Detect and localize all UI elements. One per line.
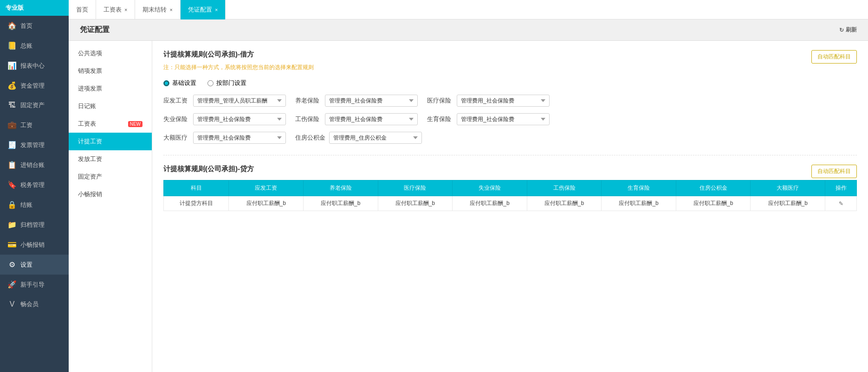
new-badge: NEW: [128, 121, 143, 127]
radio-dept-input[interactable]: [207, 80, 214, 86]
reports-icon: 📊: [7, 61, 17, 70]
field-yanglao: 养老保险 管理费用_社会保险费: [295, 95, 418, 107]
label-gongshang: 工伤保险: [295, 115, 321, 123]
left-nav-fixed-assets[interactable]: 固定资产: [69, 168, 152, 186]
td-dale: 应付职工薪酬_b: [751, 196, 825, 211]
debit-warning: 注：只能选择一种方式，系统将按照您当前的选择来配置规则: [163, 64, 314, 71]
assets-icon: 🏗: [7, 101, 17, 109]
tab-bar: 首页 工资表 × 期末结转 × 凭证配置 ×: [69, 0, 868, 19]
debit-row-2: 失业保险 管理费用_社会保险费 工伤保险 管理费用_社会保险费 生育保险: [163, 113, 857, 125]
td-yingfa: 应付职工薪酬_b: [229, 196, 304, 211]
label-shiye: 失业保险: [163, 115, 189, 123]
left-nav-journal[interactable]: 日记账: [69, 97, 152, 115]
radio-dept[interactable]: 按部门设置: [207, 79, 246, 87]
label-shengyu: 生育保险: [427, 115, 453, 123]
radio-basic[interactable]: 基础设置: [163, 79, 196, 87]
tab-voucher-config[interactable]: 凭证配置 ×: [181, 0, 226, 19]
debit-row-3: 大额医疗 管理费用_社会保险费 住房公积金 管理费用_住房公积金: [163, 132, 857, 144]
tab-period-close-close[interactable]: ×: [169, 7, 172, 13]
debit-auto-match-button[interactable]: 自动匹配科目: [811, 50, 857, 64]
right-content: 计提核算规则(公司承担)-借方 注：只能选择一种方式，系统将按照您当前的选择来配…: [152, 41, 868, 372]
th-dale: 大额医疗: [751, 180, 825, 196]
credit-section-title: 计提核算规则(公司承担)-贷方: [163, 165, 254, 173]
left-nav-issue-salary[interactable]: 发放工资: [69, 150, 152, 168]
select-shiye[interactable]: 管理费用_社会保险费: [193, 113, 286, 125]
refresh-icon: ↻: [839, 27, 844, 33]
tab-voucher-config-close[interactable]: ×: [215, 7, 218, 13]
field-shengyu: 生育保险 管理费用_社会保险费: [427, 113, 550, 125]
main-area: 首页 工资表 × 期末结转 × 凭证配置 × 凭证配置 ↻ 刷新 公共选项: [69, 0, 868, 372]
sidebar-item-settings[interactable]: ⚙ 设置: [0, 255, 69, 275]
sidebar-item-home[interactable]: 🏠 首页: [0, 16, 69, 36]
label-dale: 大额医疗: [163, 134, 189, 142]
tax-icon: 🔖: [7, 180, 17, 189]
tab-home[interactable]: 首页: [69, 0, 96, 19]
th-shengyu: 生育保险: [602, 180, 676, 196]
td-yanglao: 应付职工薪酬_b: [303, 196, 378, 211]
sidebar-item-close[interactable]: 🔒 结账: [0, 195, 69, 215]
th-subject: 科目: [164, 180, 229, 196]
credit-auto-match-button[interactable]: 自动匹配科目: [811, 165, 857, 178]
td-shengyu: 应付职工薪酬_b: [602, 196, 676, 211]
select-gongjijin[interactable]: 管理费用_住房公积金: [329, 132, 422, 144]
sidebar-item-salary[interactable]: 💼 工资: [0, 115, 69, 135]
sidebar-item-tax[interactable]: 🔖 税务管理: [0, 175, 69, 195]
sidebar-item-finance[interactable]: 💰 资金管理: [0, 76, 69, 96]
field-shiye: 失业保险 管理费用_社会保险费: [163, 113, 286, 125]
select-yiliao[interactable]: 管理费用_社会保险费: [457, 95, 550, 107]
xiaochang-icon: 💳: [7, 240, 17, 249]
field-gongshang: 工伤保险 管理费用_社会保险费: [295, 113, 418, 125]
tab-period-close[interactable]: 期末结转 ×: [135, 0, 180, 19]
left-nav-input-invoice[interactable]: 进项发票: [69, 80, 152, 97]
select-yingfa[interactable]: 管理费用_管理人员职工薪酬: [193, 95, 286, 107]
select-shengyu[interactable]: 管理费用_社会保险费: [457, 113, 550, 125]
credit-table-head: 科目 应发工资 养老保险 医疗保险 失业保险 工伤保险 生育保险 住房公积金 大…: [164, 180, 857, 196]
label-gongjijin: 住房公积金: [295, 134, 325, 142]
radio-basic-input[interactable]: [163, 80, 169, 86]
credit-header-row: 计提核算规则(公司承担)-贷方 自动匹配科目: [163, 165, 857, 178]
left-nav-red-invoice[interactable]: 销项发票: [69, 62, 152, 80]
salary-icon: 💼: [7, 121, 17, 129]
label-yiliao: 医疗保险: [427, 96, 453, 105]
sidebar-item-archive[interactable]: 📁 归档管理: [0, 215, 69, 235]
tab-payroll[interactable]: 工资表 ×: [96, 0, 135, 19]
td-action[interactable]: ✎: [825, 196, 857, 211]
content-area: 公共选项 销项发票 进项发票 日记账 工资表 NEW 计提工资 发放工资 固: [69, 41, 868, 372]
field-yingfa: 应发工资 管理费用_管理人员职工薪酬: [163, 95, 286, 107]
sidebar-item-xiaochang[interactable]: 💳 小畅报销: [0, 235, 69, 255]
sidebar-item-inventory[interactable]: 📋 进销台账: [0, 155, 69, 175]
home-icon: 🏠: [7, 21, 17, 30]
th-yiliao: 医疗保险: [378, 180, 453, 196]
left-nav: 公共选项 销项发票 进项发票 日记账 工资表 NEW 计提工资 发放工资 固: [69, 41, 152, 372]
sidebar-item-member[interactable]: V 畅会员: [0, 295, 69, 314]
sidebar-item-invoice[interactable]: 🧾 发票管理: [0, 135, 69, 155]
credit-section: 计提核算规则(公司承担)-贷方 自动匹配科目 科目 应发工资 养老保险 医疗保险…: [163, 165, 857, 211]
th-shiye: 失业保险: [453, 180, 527, 196]
app-version-badge: 专业版: [0, 0, 69, 16]
sidebar-item-reports[interactable]: 📊 报表中心: [0, 56, 69, 76]
th-yanglao: 养老保险: [303, 180, 378, 196]
select-gongshang[interactable]: 管理费用_社会保险费: [325, 113, 418, 125]
td-subject: 计提贷方科目: [164, 196, 229, 211]
inventory-icon: 📋: [7, 160, 17, 169]
sidebar-item-assets[interactable]: 🏗 固定资产: [0, 96, 69, 115]
select-yanglao[interactable]: 管理费用_社会保险费: [325, 95, 418, 107]
sidebar-item-guide[interactable]: 🚀 新手引导: [0, 275, 69, 295]
radio-group: 基础设置 按部门设置: [163, 79, 857, 87]
left-nav-accrual-salary[interactable]: 计提工资: [69, 133, 152, 150]
credit-table: 科目 应发工资 养老保险 医疗保险 失业保险 工伤保险 生育保险 住房公积金 大…: [163, 180, 857, 211]
refresh-button[interactable]: ↻ 刷新: [839, 26, 857, 34]
debit-header-row: 计提核算规则(公司承担)-借方 注：只能选择一种方式，系统将按照您当前的选择来配…: [163, 50, 857, 77]
select-dale[interactable]: 管理费用_社会保险费: [193, 132, 286, 144]
page-header: 凭证配置 ↻ 刷新: [69, 19, 868, 41]
archive-icon: 📁: [7, 220, 17, 229]
left-nav-public[interactable]: 公共选项: [69, 45, 152, 62]
left-nav-payroll-table[interactable]: 工资表 NEW: [69, 115, 152, 133]
edit-icon[interactable]: ✎: [839, 200, 843, 207]
tab-payroll-close[interactable]: ×: [124, 7, 127, 13]
sidebar-item-ledger[interactable]: 📒 总账: [0, 36, 69, 56]
left-nav-xiaochang-expense[interactable]: 小畅报销: [69, 186, 152, 203]
field-gongjijin: 住房公积金 管理费用_住房公积金: [295, 132, 422, 144]
th-gongshang: 工伤保险: [527, 180, 602, 196]
th-gongjijin: 住房公积金: [676, 180, 751, 196]
